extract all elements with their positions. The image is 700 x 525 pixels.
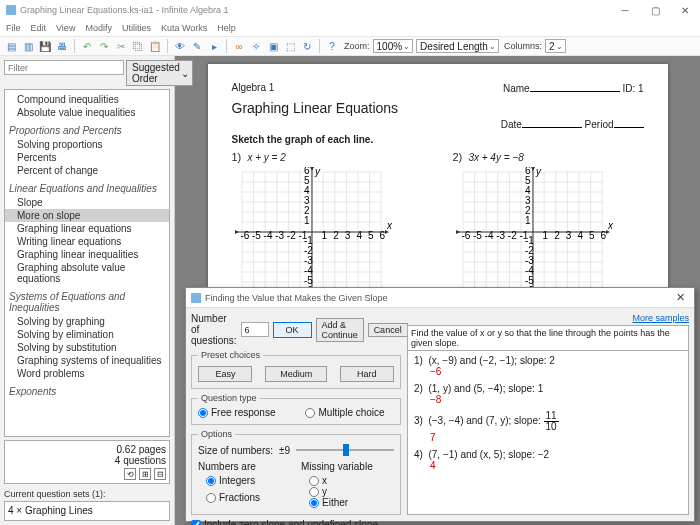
more-samples-link[interactable]: More samples (407, 313, 689, 323)
zoom-select[interactable]: 100% (373, 39, 414, 53)
free-response-radio[interactable]: Free response (198, 407, 275, 418)
missing-x-radio[interactable]: x (309, 475, 394, 486)
ok-button[interactable]: OK (273, 322, 312, 338)
menu-utilities[interactable]: Utilities (122, 23, 151, 33)
menu-modify[interactable]: Modify (85, 23, 112, 33)
svg-text:-6: -6 (461, 230, 470, 241)
menu-edit[interactable]: Edit (31, 23, 47, 33)
missing-y-radio[interactable]: y (309, 486, 394, 497)
num-questions-input[interactable] (241, 322, 269, 337)
tree-item[interactable]: Slope (5, 196, 169, 209)
tool2-icon[interactable]: ▣ (266, 39, 280, 53)
svg-text:-2: -2 (507, 230, 516, 241)
undo-icon[interactable]: ↶ (80, 39, 94, 53)
question-sets-label: Current question sets (1): (4, 489, 170, 499)
paste-icon[interactable]: 📋 (148, 39, 162, 53)
redo-icon[interactable]: ↷ (97, 39, 111, 53)
svg-text:-4: -4 (263, 230, 272, 241)
tool3-icon[interactable]: ⬚ (283, 39, 297, 53)
svg-text:5: 5 (525, 175, 531, 186)
cut-icon[interactable]: ✂ (114, 39, 128, 53)
tree-item[interactable]: Percents (5, 151, 169, 164)
menu-kuta[interactable]: Kuta Works (161, 23, 207, 33)
medium-button[interactable]: Medium (265, 366, 327, 382)
dialog-close-button[interactable]: ✕ (672, 291, 689, 304)
tool1-icon[interactable]: ✧ (249, 39, 263, 53)
tree-item[interactable]: Absolute value inequalities (5, 106, 169, 119)
filter-input[interactable] (4, 60, 124, 75)
svg-text:-2: -2 (304, 245, 313, 256)
missing-either-radio[interactable]: Either (309, 497, 394, 508)
svg-text:-5: -5 (473, 230, 482, 241)
open-icon[interactable]: ▥ (21, 39, 35, 53)
menu-help[interactable]: Help (217, 23, 236, 33)
fractions-radio[interactable]: Fractions (206, 492, 291, 503)
help-icon[interactable]: ? (325, 39, 339, 53)
svg-text:3: 3 (344, 230, 350, 241)
status-icon-1[interactable]: ⟲ (124, 468, 136, 480)
tree-item[interactable]: Word problems (5, 367, 169, 380)
tree-item[interactable]: Writing linear equations (5, 235, 169, 248)
menu-file[interactable]: File (6, 23, 21, 33)
menu-view[interactable]: View (56, 23, 75, 33)
close-button[interactable]: ✕ (670, 0, 700, 20)
length-select[interactable]: Desired Length (416, 39, 499, 53)
tree-item[interactable]: Graphing linear inequalities (5, 248, 169, 261)
sample-question: 4) (7, −1) and (x, 5); slope: −24 (414, 449, 682, 471)
svg-text:x: x (607, 220, 613, 231)
refresh-icon[interactable]: ↻ (300, 39, 314, 53)
include-zero-checkbox[interactable]: Include zero slope and undefined slope (191, 519, 401, 525)
tree-item[interactable]: Solving by elimination (5, 328, 169, 341)
app-icon (6, 5, 16, 15)
question-sets-box[interactable]: 4 × Graphing Lines (4, 501, 170, 521)
status-icon-3[interactable]: ⊟ (154, 468, 166, 480)
tree-item[interactable]: Compound inequalities (5, 93, 169, 106)
tree-item[interactable]: Solving by graphing (5, 315, 169, 328)
topic-tree[interactable]: Compound inequalitiesAbsolute value ineq… (4, 89, 170, 437)
svg-text:-3: -3 (304, 255, 313, 266)
cancel-button[interactable]: Cancel (368, 323, 408, 337)
svg-text:5: 5 (368, 230, 374, 241)
tree-item[interactable]: Percent of change (5, 164, 169, 177)
tree-item[interactable]: Graphing systems of inequalities (5, 354, 169, 367)
size-slider[interactable] (296, 443, 394, 457)
nav-icon[interactable]: ▸ (207, 39, 221, 53)
new-icon[interactable]: ▤ (4, 39, 18, 53)
add-continue-button[interactable]: Add & Continue (316, 318, 364, 342)
save-icon[interactable]: 💾 (38, 39, 52, 53)
easy-button[interactable]: Easy (198, 366, 252, 382)
maximize-button[interactable]: ▢ (640, 0, 670, 20)
columns-select[interactable]: 2 (545, 39, 566, 53)
hard-button[interactable]: Hard (340, 366, 394, 382)
tree-item[interactable]: Graphing linear equations (5, 222, 169, 235)
svg-text:-1: -1 (304, 235, 313, 246)
course-name: Algebra 1 (232, 82, 275, 94)
suggested-order-button[interactable]: Suggested Order⌄ (126, 60, 193, 86)
preset-choices-group: Preset choices Easy Medium Hard (191, 350, 401, 389)
eye-icon[interactable]: 👁 (173, 39, 187, 53)
integers-radio[interactable]: Integers (206, 475, 291, 486)
status-icon-2[interactable]: ⊞ (139, 468, 151, 480)
tree-item[interactable]: Graphing absolute value equations (5, 261, 169, 285)
link-icon[interactable]: ∞ (232, 39, 246, 53)
svg-text:y: y (314, 167, 321, 177)
svg-text:1: 1 (525, 215, 531, 226)
svg-text:6: 6 (379, 230, 385, 241)
edit-icon[interactable]: ✎ (190, 39, 204, 53)
svg-text:5: 5 (589, 230, 595, 241)
multiple-choice-radio[interactable]: Multiple choice (305, 407, 384, 418)
tree-item[interactable]: More on slope (5, 209, 169, 222)
svg-text:3: 3 (525, 195, 531, 206)
svg-text:5: 5 (304, 175, 310, 186)
tree-item[interactable]: Solving by substitution (5, 341, 169, 354)
print-icon[interactable]: 🖶 (55, 39, 69, 53)
tree-item[interactable]: Solving proportions (5, 138, 169, 151)
copy-icon[interactable]: ⿻ (131, 39, 145, 53)
size-label: Size of numbers: (198, 445, 273, 456)
minimize-button[interactable]: ─ (610, 0, 640, 20)
svg-text:-5: -5 (304, 275, 313, 286)
svg-text:-5: -5 (252, 230, 261, 241)
svg-text:-3: -3 (275, 230, 284, 241)
num-questions-label: Number of questions: (191, 313, 237, 346)
problem: 2) 3x + 4y = −8xy-6-5-4-3-2-1123456-6-5-… (453, 151, 644, 297)
